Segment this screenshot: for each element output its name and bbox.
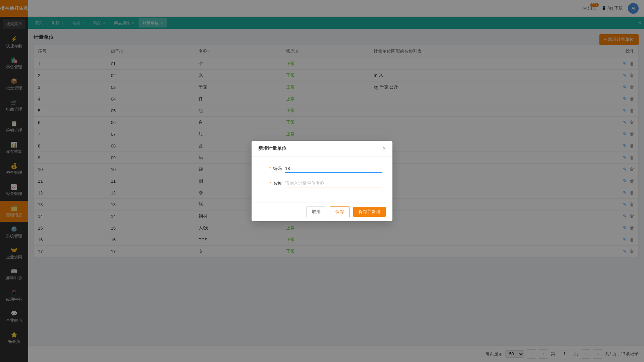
add-unit-modal: 新增计量单位 × * 编码 * 名称 取消 保存 保存并新增 <box>252 141 392 221</box>
modal-title: 新增计量单位 <box>258 145 286 152</box>
modal-header: 新增计量单位 × <box>252 141 392 157</box>
modal-overlay: 新增计量单位 × * 编码 * 名称 取消 保存 保存并新增 <box>0 0 644 362</box>
name-label-text: 名称 <box>273 181 282 186</box>
code-label-text: 编码 <box>273 166 282 171</box>
required-star: * <box>269 166 271 171</box>
name-form-row: * 名称 <box>262 179 382 187</box>
save-button[interactable]: 保存 <box>330 206 350 217</box>
code-label: * 编码 <box>262 166 282 172</box>
modal-body: * 编码 * 名称 <box>252 157 392 202</box>
modal-footer: 取消 保存 保存并新增 <box>252 202 392 221</box>
name-input[interactable] <box>285 179 382 187</box>
name-label: * 名称 <box>262 180 282 186</box>
cancel-button[interactable]: 取消 <box>306 206 326 217</box>
code-form-row: * 编码 <box>262 165 382 173</box>
modal-close-button[interactable]: × <box>383 145 386 152</box>
code-input[interactable] <box>285 165 382 173</box>
save-and-new-button[interactable]: 保存并新增 <box>353 207 386 217</box>
required-star-2: * <box>269 181 271 186</box>
